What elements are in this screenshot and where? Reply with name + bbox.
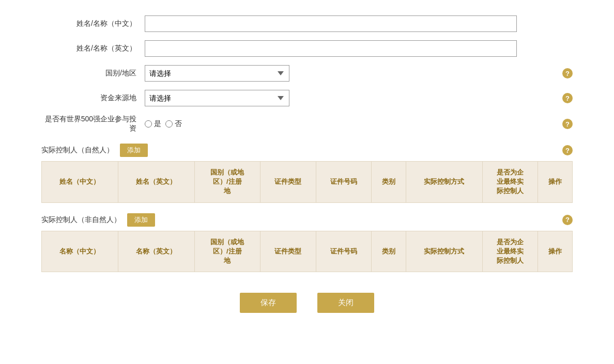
non-natural-col-cert-no: 证件号码 bbox=[316, 231, 371, 272]
non-natural-person-table: 名称（中文） 名称（英文） 国别（或地区）/注册地 证件类型 证件号码 类别 实… bbox=[41, 231, 573, 273]
non-natural-col-control-method: 实际控制方式 bbox=[406, 231, 482, 272]
country-label: 国别/地区 bbox=[41, 69, 145, 78]
non-natural-col-ultimate-controller: 是否为企业最终实际控制人 bbox=[482, 231, 538, 272]
natural-col-category: 类别 bbox=[371, 162, 406, 203]
natural-col-name-cn: 姓名（中文） bbox=[42, 162, 118, 203]
fund-source-help-icon[interactable]: ? bbox=[562, 93, 573, 103]
save-button[interactable]: 保存 bbox=[240, 293, 297, 313]
bottom-buttons: 保存 关闭 bbox=[41, 293, 573, 313]
non-natural-add-button[interactable]: 添加 bbox=[127, 213, 155, 227]
natural-col-cert-type: 证件类型 bbox=[260, 162, 316, 203]
natural-person-section: 实际控制人（自然人） 添加 ? 姓名（中文） 姓名（英文） 国别（或地区）/注册… bbox=[41, 144, 573, 203]
non-natural-section-title: 实际控制人（非自然人） bbox=[41, 215, 121, 225]
fund-source-select[interactable]: 请选择 bbox=[145, 90, 289, 106]
country-help-icon[interactable]: ? bbox=[562, 68, 573, 78]
fortune500-no-text: 否 bbox=[175, 119, 182, 129]
fortune500-no-radio[interactable] bbox=[165, 120, 173, 128]
non-natural-section-help-icon[interactable]: ? bbox=[562, 215, 573, 225]
non-natural-col-name-en: 名称（英文） bbox=[118, 231, 194, 272]
non-natural-col-cert-type: 证件类型 bbox=[260, 231, 316, 272]
country-select[interactable]: 请选择 bbox=[145, 65, 289, 82]
fortune500-no-label[interactable]: 否 bbox=[165, 119, 182, 129]
natural-person-table: 姓名（中文） 姓名（英文） 国别（或地区）/注册地 证件类型 证件号码 类别 实… bbox=[41, 161, 573, 203]
non-natural-table-header-row: 名称（中文） 名称（英文） 国别（或地区）/注册地 证件类型 证件号码 类别 实… bbox=[42, 231, 573, 272]
fortune500-yes-label[interactable]: 是 bbox=[145, 119, 161, 129]
natural-add-button[interactable]: 添加 bbox=[120, 144, 148, 157]
natural-col-country: 国别（或地区）/注册地 bbox=[194, 162, 260, 203]
non-natural-col-category: 类别 bbox=[371, 231, 406, 272]
name-en-label: 姓名/名称（英文） bbox=[41, 44, 145, 53]
natural-col-name-en: 姓名（英文） bbox=[118, 162, 194, 203]
name-en-input[interactable] bbox=[145, 40, 517, 57]
natural-section-help-icon[interactable]: ? bbox=[562, 145, 573, 155]
natural-section-title: 实际控制人（自然人） bbox=[41, 146, 114, 155]
natural-col-ultimate-controller: 是否为企业最终实际控制人 bbox=[482, 162, 538, 203]
natural-col-operation: 操作 bbox=[538, 162, 573, 203]
non-natural-col-name-cn: 名称（中文） bbox=[42, 231, 118, 272]
close-button[interactable]: 关闭 bbox=[317, 293, 374, 313]
non-natural-col-operation: 操作 bbox=[538, 231, 573, 272]
non-natural-col-country: 国别（或地区）/注册地 bbox=[194, 231, 260, 272]
natural-col-control-method: 实际控制方式 bbox=[406, 162, 482, 203]
fortune500-yes-text: 是 bbox=[154, 119, 161, 129]
name-cn-input[interactable] bbox=[145, 15, 517, 32]
fortune500-label: 是否有世界500强企业参与投资 bbox=[41, 115, 145, 133]
fortune500-radio-group: 是 否 bbox=[145, 119, 182, 129]
name-cn-label: 姓名/名称（中文） bbox=[41, 19, 145, 28]
fortune500-yes-radio[interactable] bbox=[145, 120, 152, 128]
fund-source-label: 资金来源地 bbox=[41, 93, 145, 103]
non-natural-person-section: 实际控制人（非自然人） 添加 ? 名称（中文） 名称（英文） 国别（或地区）/注… bbox=[41, 213, 573, 273]
fortune500-help-icon[interactable]: ? bbox=[562, 119, 573, 129]
natural-col-cert-no: 证件号码 bbox=[316, 162, 371, 203]
natural-table-header-row: 姓名（中文） 姓名（英文） 国别（或地区）/注册地 证件类型 证件号码 类别 实… bbox=[42, 162, 573, 203]
